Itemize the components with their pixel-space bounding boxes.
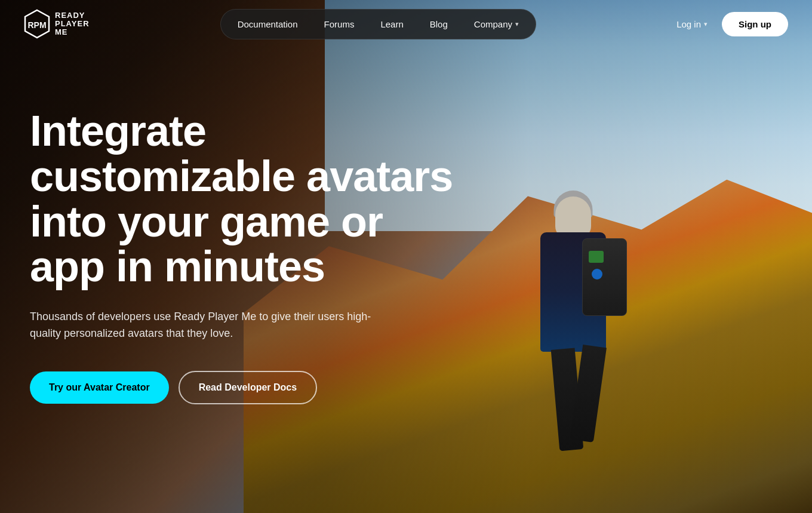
nav-item-documentation[interactable]: Documentation <box>226 14 310 34</box>
navbar: RPM READY PLAYER ME Documentation Forums… <box>0 0 812 48</box>
rpm-logo-icon: RPM <box>24 9 50 39</box>
hero-subtitle: Thousands of developers use Ready Player… <box>30 309 388 342</box>
hero-content: Integrate customizable avatars into your… <box>0 0 490 513</box>
login-button[interactable]: Log in ▾ <box>667 13 717 35</box>
logo[interactable]: RPM READY PLAYER ME <box>24 9 90 39</box>
chevron-down-icon: ▾ <box>704 20 708 28</box>
hero-title: Integrate customizable avatars into your… <box>30 109 460 289</box>
avatar-figure <box>508 196 639 465</box>
nav-menu: Documentation Forums Learn Blog Company … <box>220 9 536 39</box>
backpack-patch <box>592 269 602 279</box>
hero-cta-group: Try our Avatar Creator Read Developer Do… <box>30 371 460 404</box>
brand-name: READY PLAYER ME <box>55 11 90 37</box>
svg-text:RPM: RPM <box>27 20 46 30</box>
developer-docs-button[interactable]: Read Developer Docs <box>179 371 318 404</box>
nav-actions: Log in ▾ Sign up <box>667 12 788 36</box>
nav-item-company[interactable]: Company ▾ <box>462 14 531 34</box>
chevron-down-icon: ▾ <box>515 20 519 28</box>
signup-button[interactable]: Sign up <box>722 12 788 36</box>
avatar-backpack <box>582 238 627 316</box>
avatar-body <box>508 196 639 465</box>
nav-item-blog[interactable]: Blog <box>418 14 460 34</box>
avatar-creator-button[interactable]: Try our Avatar Creator <box>30 371 169 404</box>
nav-item-forums[interactable]: Forums <box>312 14 367 34</box>
nav-item-learn[interactable]: Learn <box>368 14 415 34</box>
backpack-patch <box>589 251 604 263</box>
